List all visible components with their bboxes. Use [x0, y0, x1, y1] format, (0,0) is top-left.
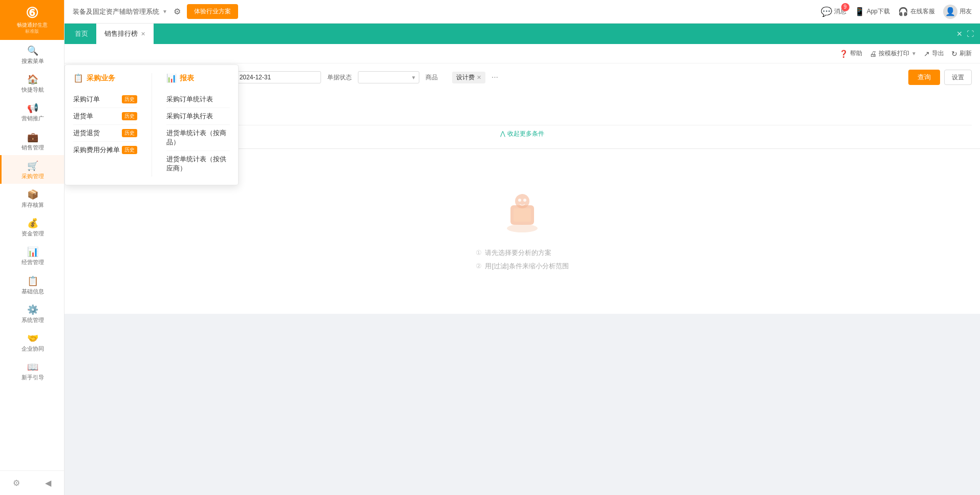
- bill-status-select[interactable]: [358, 71, 419, 83]
- online-service-label: 在线客服: [910, 7, 935, 16]
- sidebar-item-capital[interactable]: 💰 资金管理: [0, 212, 64, 241]
- sidebar-item-basic-info[interactable]: 📋 基础信息: [0, 270, 64, 299]
- export-btn[interactable]: ↗ 导出: [924, 49, 944, 58]
- user-avatar: 👤: [943, 5, 957, 19]
- dropdown-item-purchase-order-stat[interactable]: 采购订单统计表: [166, 91, 230, 108]
- empty-illustration: [499, 190, 545, 236]
- purchase-order-exec-label: 采购订单执行表: [166, 112, 213, 121]
- print-label: 按模板打印: [879, 49, 909, 58]
- purchase-dropdown-menu: 📋 采购业务 采购订单 历史 进货单 历史 进货退货 历史 采购费用分摊单: [65, 64, 239, 185]
- sidebar-item-search[interactable]: 🔍 搜索菜单: [0, 40, 64, 69]
- bill-status-select-wrapper: ▼: [358, 71, 419, 83]
- online-service-btn[interactable]: 🎧 在线客服: [898, 7, 935, 16]
- date-end-input[interactable]: [235, 71, 321, 83]
- dropdown-item-return[interactable]: 进货退货 历史: [73, 125, 137, 142]
- message-btn[interactable]: 💬 9 9 消息: [821, 6, 846, 17]
- system-selector[interactable]: 装备及固定资产辅助管理系统 ▼: [73, 7, 167, 16]
- app-name: 畅捷通好生意: [17, 21, 48, 28]
- collapse-label: 收起更多条件: [507, 130, 544, 137]
- query-btn[interactable]: 查询: [908, 70, 940, 85]
- svg-rect-2: [514, 208, 531, 222]
- industry-btn[interactable]: 体验行业方案: [187, 4, 238, 19]
- basic-info-nav-icon: 📋: [27, 275, 38, 287]
- purchase-col-icon: 📋: [73, 73, 83, 83]
- system-title: 装备及固定资产辅助管理系统: [73, 7, 159, 16]
- print-btn[interactable]: 🖨 按模板打印 ▼: [869, 49, 917, 58]
- expense-history-badge: 历史: [122, 146, 137, 154]
- username-label: 用友: [960, 7, 972, 16]
- marketing-nav-label: 营销推广: [22, 115, 44, 122]
- sidebar-item-cooperation[interactable]: 🤝 企业协同: [0, 328, 64, 356]
- sidebar-item-system[interactable]: ⚙️ 系统管理: [0, 299, 64, 328]
- user-menu-btn[interactable]: 👤 用友: [943, 5, 972, 19]
- sales-nav-label: 销售管理: [22, 144, 44, 151]
- purchase-nav-icon: 🛒: [27, 160, 38, 171]
- sidebar-item-purchase[interactable]: 🛒 采购管理: [0, 155, 64, 184]
- refresh-icon: ↻: [951, 50, 957, 58]
- guide-nav-icon: 📖: [27, 361, 38, 373]
- purchase-order-label: 采购订单: [73, 95, 100, 104]
- goods-dots-btn[interactable]: ···: [492, 73, 498, 81]
- maximize-icon[interactable]: ⛶: [967, 30, 974, 38]
- collapse-arrow-icon: ⋀: [500, 130, 507, 137]
- sidebar-collapse-btn[interactable]: ◀: [43, 476, 53, 490]
- expense-label: 采购费用分摊单: [73, 145, 120, 155]
- dropdown-item-incoming[interactable]: 进货单 历史: [73, 108, 137, 125]
- sidebar-nav: 🔍 搜索菜单 🏠 快捷导航 📢 营销推广 💼 销售管理 🛒 采购管理 📦 库存核…: [0, 40, 64, 470]
- app-download-btn[interactable]: 📱 App下载: [855, 7, 890, 16]
- bill-status-label: 单据状态: [327, 73, 352, 82]
- sales-nav-icon: 💼: [27, 132, 38, 143]
- marketing-nav-icon: 📢: [27, 102, 38, 114]
- empty-hint-1: 请先选择要分析的方案: [476, 246, 568, 260]
- goods-tag-close-icon[interactable]: ✕: [477, 74, 481, 81]
- message-badge: 9: [841, 3, 849, 11]
- settings-btn[interactable]: 设置: [944, 70, 972, 85]
- print-icon: 🖨: [869, 50, 877, 58]
- dropdown-item-incoming-stat-supplier[interactable]: 进货单统计表（按供应商）: [166, 151, 230, 177]
- content-area: ❓ 帮助 🖨 按模板打印 ▼ ↗ 导出 ↻ 刷新: [65, 44, 980, 495]
- return-label: 进货退货: [73, 128, 100, 138]
- app-logo: ⑥ 畅捷通好生意 标准版: [0, 0, 64, 40]
- tab-sales-rank[interactable]: 销售排行榜 ✕: [96, 24, 154, 44]
- guide-nav-label: 新手引导: [22, 374, 44, 381]
- dropdown-item-expense[interactable]: 采购费用分摊单 历史: [73, 142, 137, 158]
- tab-expand-btn[interactable]: ✕ ⛶: [950, 30, 980, 38]
- report-col: 📊 报表 采购订单统计表 采购订单执行表 进货单统计表（按商品） 进货单统计表（…: [166, 73, 230, 177]
- svg-point-3: [515, 194, 529, 208]
- close-all-icon[interactable]: ✕: [956, 30, 963, 38]
- empty-svg: [499, 190, 545, 236]
- operations-nav-icon: 📊: [27, 246, 38, 257]
- sidebar-settings-btn[interactable]: ⚙: [11, 476, 22, 490]
- help-icon: ❓: [839, 50, 848, 58]
- empty-hints: 请先选择要分析的方案 用[过滤]条件来缩小分析范围: [476, 246, 568, 273]
- return-history-badge: 历史: [122, 129, 137, 137]
- dropdown-item-incoming-stat-goods[interactable]: 进货单统计表（按商品）: [166, 125, 230, 151]
- tab-home[interactable]: 首页: [67, 24, 96, 44]
- sidebar-item-inventory[interactable]: 📦 库存核算: [0, 184, 64, 212]
- tab-close-icon[interactable]: ✕: [141, 31, 145, 37]
- app-download-label: App下载: [867, 7, 890, 16]
- cooperation-nav-label: 企业协同: [22, 346, 44, 352]
- sidebar-item-guide[interactable]: 📖 新手引导: [0, 356, 64, 385]
- sidebar-item-sales[interactable]: 💼 销售管理: [0, 126, 64, 155]
- help-btn[interactable]: ❓ 帮助: [839, 49, 862, 58]
- sidebar-bottom: ⚙ ◀: [0, 470, 64, 495]
- sidebar-item-marketing[interactable]: 📢 营销推广: [0, 97, 64, 126]
- dropdown-item-purchase-order[interactable]: 采购订单 历史: [73, 91, 137, 108]
- tabs-bar: 首页 销售排行榜 ✕ ✕ ⛶: [65, 24, 980, 44]
- incoming-stat-supplier-label: 进货单统计表（按供应商）: [166, 155, 230, 173]
- incoming-history-badge: 历史: [122, 112, 137, 120]
- sidebar-item-quick-nav[interactable]: 🏠 快捷导航: [0, 69, 64, 97]
- topbar-settings-icon[interactable]: ⚙: [174, 7, 181, 16]
- dropdown-item-purchase-order-exec[interactable]: 采购订单执行表: [166, 108, 230, 125]
- svg-point-0: [507, 224, 538, 232]
- main-area: 装备及固定资产辅助管理系统 ▼ ⚙ 体验行业方案 💬 9 9 消息 📱 App下…: [65, 0, 980, 495]
- empty-hint-2: 用[过滤]条件来缩小分析范围: [476, 260, 568, 273]
- quick-nav-nav-label: 快捷导航: [22, 87, 44, 93]
- sidebar-item-operations[interactable]: 📊 经营管理: [0, 241, 64, 270]
- svg-point-4: [518, 199, 521, 202]
- export-icon: ↗: [924, 50, 930, 58]
- refresh-btn[interactable]: ↻ 刷新: [951, 49, 972, 58]
- incoming-label: 进货单: [73, 112, 93, 121]
- goods-label: 商品: [425, 73, 446, 82]
